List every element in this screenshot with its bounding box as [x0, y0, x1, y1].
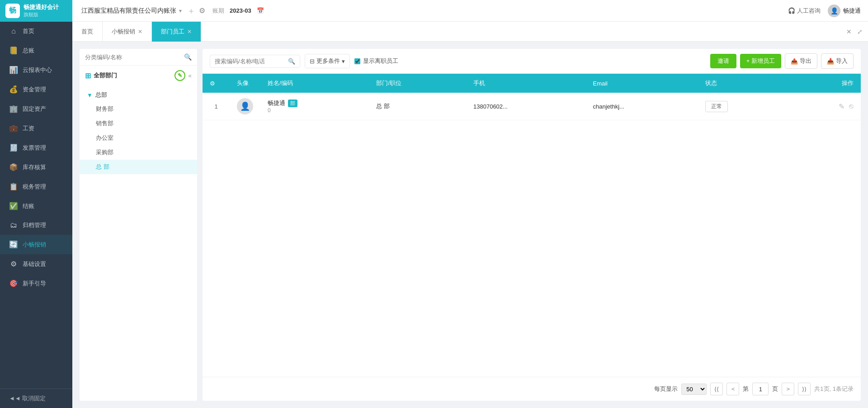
tab-expand-icon[interactable]: ⤢ — [857, 28, 863, 35]
col-dept[interactable]: 部门/职位 — [369, 74, 466, 93]
guide-icon: 🎯 — [9, 279, 18, 288]
dept-tree: ▼ 总部 财务部 销售部 办公室 采购部 — [80, 85, 197, 401]
dept-grid-icon: ⊞ — [85, 71, 91, 80]
dept-child-office[interactable]: 办公室 — [80, 131, 197, 145]
right-panel: 🔍 ⊟ 更多条件 ▾ 显示离职员工 邀请 + 新增员工 — [203, 49, 861, 401]
settings-icon[interactable]: ⚙ — [199, 6, 205, 15]
tab-xiaochang-close[interactable]: ✕ — [138, 28, 142, 35]
employee-search-input[interactable] — [215, 58, 285, 65]
prev-page-button[interactable]: ＜ — [726, 383, 739, 395]
avatar: 👤 — [828, 5, 840, 17]
checkout-icon: ✅ — [9, 202, 18, 210]
sidebar-item-home[interactable]: ⌂ 首页 — [0, 22, 72, 41]
top-right: 🎧 人工咨询 👤 畅捷通 — [788, 5, 861, 17]
sidebar-item-archive[interactable]: 🗂 归档管理 — [0, 216, 72, 235]
col-action: 操作 — [779, 74, 861, 93]
dept-child-general[interactable]: 总 部 — [80, 160, 197, 174]
employee-toolbar: 🔍 ⊟ 更多条件 ▾ 显示离职员工 邀请 + 新增员工 — [203, 49, 861, 74]
col-avatar: 头像 — [230, 74, 260, 93]
col-email: Email — [586, 74, 698, 93]
tab-dept-staff[interactable]: 部门员工 ✕ — [152, 22, 201, 42]
dept-parent-zongbu[interactable]: ▼ 总部 — [80, 88, 197, 102]
dept-badge: 部 — [288, 100, 297, 107]
toolbar-right: 邀请 + 新增员工 📤 导出 📥 导入 — [710, 53, 854, 69]
company-name[interactable]: 江西服宝精品有限责任公司内账张 ▾ — [81, 7, 182, 15]
dept-search-input[interactable] — [85, 54, 180, 61]
export-button[interactable]: 📤 导出 — [785, 53, 817, 69]
logout-button[interactable]: ⎋ — [849, 102, 854, 110]
sidebar-item-inventory[interactable]: 📦 库存核算 — [0, 157, 72, 177]
dept-search-icon[interactable]: 🔍 — [184, 53, 192, 61]
dept-child-sales[interactable]: 销售部 — [80, 116, 197, 131]
tab-home[interactable]: 首页 — [72, 22, 103, 42]
action-buttons: ✎ ⎋ — [787, 102, 854, 111]
employee-search-icon[interactable]: 🔍 — [288, 58, 295, 65]
table-header-row: ⚙ 头像 姓名/编码 部门/职位 手机 Email 状态 操作 — [203, 74, 861, 93]
export-icon: 📤 — [791, 58, 798, 65]
sidebar-item-tax[interactable]: 📋 税务管理 — [0, 177, 72, 196]
period-area: 账期 2023-03 📅 — [212, 7, 264, 15]
company-dropdown-icon[interactable]: ▾ — [179, 8, 182, 14]
col-settings[interactable]: ⚙ — [203, 74, 230, 93]
page-number-input[interactable] — [752, 383, 769, 395]
ledger-icon: 📒 — [9, 46, 18, 55]
last-page-button[interactable]: ⟩⟩ — [798, 383, 811, 395]
row-phone: 138070602... — [466, 93, 586, 120]
sidebar-item-salary[interactable]: 💼 工资 — [0, 119, 72, 138]
archive-icon: 🗂 — [9, 221, 18, 229]
logo-area: 畅 畅捷通好会计 旗舰版 — [0, 0, 72, 22]
tab-close-all-icon[interactable]: ✕ — [846, 28, 852, 35]
sidebar-item-settings[interactable]: ⚙ 基础设置 — [0, 254, 72, 274]
col-status: 状态 — [698, 74, 779, 93]
dept-search-bar: 🔍 — [80, 49, 197, 66]
all-dept-header: ⊞ 全部部门 ✎ « — [80, 66, 197, 85]
filter-icon: ⊟ — [310, 58, 315, 65]
pagination: 每页显示 50 10 20 100 ⟨⟨ ＜ 第 页 ＞ ⟩⟩ 共1页, 1条记… — [203, 377, 861, 401]
per-page-select[interactable]: 50 10 20 100 — [681, 384, 707, 395]
add-company-icon[interactable]: ＋ — [187, 5, 195, 16]
dept-child-purchase[interactable]: 采购部 — [80, 145, 197, 160]
show-resigned-checkbox[interactable] — [354, 58, 360, 64]
filter-dropdown-icon: ▾ — [342, 58, 345, 65]
dept-edit-button[interactable]: ✎ — [175, 70, 185, 81]
sidebar-item-fund[interactable]: 💰 资金管理 — [0, 80, 72, 99]
sidebar-item-guide[interactable]: 🎯 新手引导 — [0, 274, 72, 293]
dept-child-finance[interactable]: 财务部 — [80, 102, 197, 116]
invite-button[interactable]: 邀请 — [710, 54, 736, 68]
sidebar-item-asset[interactable]: 🏢 固定资产 — [0, 99, 72, 119]
col-name[interactable]: 姓名/编码 — [260, 74, 369, 93]
col-phone[interactable]: 手机 — [466, 74, 586, 93]
employee-avatar: 👤 — [237, 98, 253, 114]
sidebar: ⌂ 首页 📒 总账 📊 云报表中心 💰 资金管理 🏢 固定资产 💼 工资 🧾 发… — [0, 22, 72, 408]
salary-icon: 💼 — [9, 124, 18, 133]
tax-icon: 📋 — [9, 182, 18, 191]
table-row: 1 👤 畅捷通 部 0 总 部 — [203, 93, 861, 120]
sidebar-item-report[interactable]: 📊 云报表中心 — [0, 60, 72, 80]
first-page-button[interactable]: ⟨⟨ — [710, 383, 723, 395]
sidebar-item-checkout[interactable]: ✅ 结账 — [0, 196, 72, 216]
next-page-button[interactable]: ＞ — [782, 383, 794, 395]
sidebar-item-invoice[interactable]: 🧾 发票管理 — [0, 138, 72, 157]
edit-button[interactable]: ✎ — [839, 102, 844, 111]
sidebar-item-xiaochang[interactable]: 🔄 小畅报销 — [0, 235, 72, 254]
employee-search-field[interactable]: 🔍 — [210, 55, 300, 68]
dept-collapse-icon[interactable]: « — [188, 72, 192, 79]
tab-xiaochang[interactable]: 小畅报销 ✕ — [103, 22, 152, 42]
row-email: chanjethkj... — [586, 93, 698, 120]
user-info[interactable]: 👤 畅捷通 — [828, 5, 861, 17]
service-button[interactable]: 🎧 人工咨询 — [788, 7, 821, 15]
home-icon: ⌂ — [9, 27, 18, 35]
total-record-text: 共1页, 1条记录 — [814, 385, 854, 393]
add-staff-button[interactable]: + 新增员工 — [740, 54, 781, 68]
sidebar-collapse-button[interactable]: ◄◄ 取消固定 — [0, 389, 72, 408]
sidebar-item-ledger[interactable]: 📒 总账 — [0, 41, 72, 60]
row-dept: 总 部 — [369, 93, 466, 120]
filter-button[interactable]: ⊟ 更多条件 ▾ — [305, 54, 350, 68]
fund-icon: 💰 — [9, 85, 18, 94]
dept-group-root: ▼ 总部 财务部 销售部 办公室 采购部 — [80, 85, 197, 177]
tab-dept-staff-close[interactable]: ✕ — [187, 28, 192, 35]
calendar-icon[interactable]: 📅 — [257, 7, 264, 14]
asset-icon: 🏢 — [9, 104, 18, 113]
import-button[interactable]: 📥 导入 — [821, 53, 854, 69]
xiaochang-icon: 🔄 — [9, 240, 18, 249]
